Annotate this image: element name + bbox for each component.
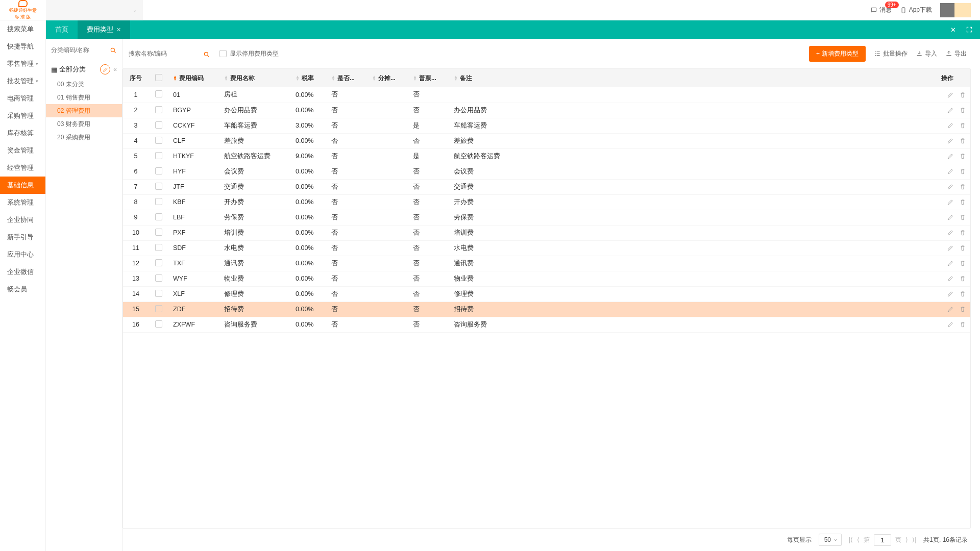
fullscreen-icon[interactable] xyxy=(964,24,975,35)
nav-item[interactable]: 批发管理▾ xyxy=(0,72,45,90)
category-edit-button[interactable] xyxy=(100,64,110,74)
delete-icon[interactable] xyxy=(959,91,966,98)
cell-checkbox[interactable] xyxy=(149,317,169,332)
new-fee-type-button[interactable]: + 新增费用类型 xyxy=(809,46,866,62)
cell-checkbox[interactable] xyxy=(149,133,169,148)
nav-item[interactable]: 企业微信 xyxy=(0,263,45,281)
edit-icon[interactable] xyxy=(947,198,954,206)
delete-icon[interactable] xyxy=(959,244,966,252)
col-code[interactable]: ▲▼费用编码 xyxy=(169,69,220,87)
edit-icon[interactable] xyxy=(947,122,954,130)
delete-icon[interactable] xyxy=(959,306,966,313)
nav-item[interactable]: 经营管理 xyxy=(0,159,45,177)
edit-icon[interactable] xyxy=(947,137,954,145)
table-row[interactable]: 5HTKYF航空铁路客运费9.00%否是航空铁路客运费 xyxy=(123,148,970,164)
import-button[interactable]: 导入 xyxy=(916,49,937,58)
edit-icon[interactable] xyxy=(947,214,954,221)
table-search-input[interactable] xyxy=(129,47,210,61)
category-item[interactable]: 03 财务费用 xyxy=(46,117,122,131)
edit-icon[interactable] xyxy=(947,153,954,160)
export-button[interactable]: 导出 xyxy=(945,49,967,58)
delete-icon[interactable] xyxy=(959,122,966,130)
delete-icon[interactable] xyxy=(959,107,966,114)
nav-item[interactable]: 新手引导 xyxy=(0,229,45,246)
close-icon[interactable]: ✕ xyxy=(116,27,121,33)
delete-icon[interactable] xyxy=(959,321,966,329)
tab-close-all[interactable]: ✕ xyxy=(947,24,959,35)
delete-icon[interactable] xyxy=(959,229,966,237)
col-remark[interactable]: ▲▼备注 xyxy=(450,69,924,87)
cell-checkbox[interactable] xyxy=(149,194,169,210)
cell-checkbox[interactable] xyxy=(149,256,169,271)
table-row[interactable]: 7JTF交通费0.00%否否交通费 xyxy=(123,179,970,194)
search-icon[interactable] xyxy=(110,46,117,54)
cell-checkbox[interactable] xyxy=(149,210,169,225)
table-row[interactable]: 10PXF培训费0.00%否否培训费 xyxy=(123,225,970,240)
edit-icon[interactable] xyxy=(947,107,954,114)
table-row[interactable]: 6HYF会议费0.00%否否会议费 xyxy=(123,164,970,179)
nav-item[interactable]: 采购管理 xyxy=(0,107,45,124)
search-icon[interactable] xyxy=(203,50,210,58)
delete-icon[interactable] xyxy=(959,275,966,283)
delete-icon[interactable] xyxy=(959,183,966,191)
nav-item[interactable]: 库存核算 xyxy=(0,124,45,142)
cell-checkbox[interactable] xyxy=(149,103,169,118)
nav-item[interactable]: 应用中心 xyxy=(0,246,45,263)
cell-checkbox[interactable] xyxy=(149,118,169,133)
category-item[interactable]: 00 未分类 xyxy=(46,78,122,91)
show-disabled-checkbox[interactable]: 显示停用费用类型 xyxy=(219,49,279,58)
delete-icon[interactable] xyxy=(959,260,966,267)
category-all[interactable]: ▦ 全部分类 xyxy=(51,65,86,74)
col-is1[interactable]: ▲▼是否... xyxy=(327,69,368,87)
nav-item[interactable]: 基础信息 xyxy=(0,177,45,194)
cell-checkbox[interactable] xyxy=(149,179,169,194)
cell-checkbox[interactable] xyxy=(149,225,169,240)
batch-action-button[interactable]: 批量操作 xyxy=(874,49,908,58)
nav-item[interactable]: 资金管理 xyxy=(0,142,45,159)
nav-item[interactable]: 系统管理 xyxy=(0,194,45,211)
category-item[interactable]: 01 销售费用 xyxy=(46,91,122,104)
table-row[interactable]: 15ZDF招待费0.00%否否招待费 xyxy=(123,302,970,317)
table-row[interactable]: 8KBF开办费0.00%否否开办费 xyxy=(123,194,970,210)
table-row[interactable]: 2BGYP办公用品费0.00%否否办公用品费 xyxy=(123,103,970,118)
pager-last-icon[interactable]: ⟩| xyxy=(912,536,916,543)
cell-checkbox[interactable] xyxy=(149,302,169,317)
edit-icon[interactable] xyxy=(947,306,954,313)
tab-fee-type[interactable]: 费用类型 ✕ xyxy=(78,20,130,39)
table-row[interactable]: 4CLF差旅费0.00%否否差旅费 xyxy=(123,133,970,148)
edit-icon[interactable] xyxy=(947,290,954,298)
pager-first-icon[interactable]: |⟨ xyxy=(849,536,853,543)
category-item[interactable]: 02 管理费用 xyxy=(46,104,122,117)
table-row[interactable]: 3CCKYF车船客运费3.00%否是车船客运费 xyxy=(123,118,970,133)
edit-icon[interactable] xyxy=(947,321,954,329)
table-row[interactable]: 13WYF物业费0.00%否否物业费 xyxy=(123,271,970,286)
page-input[interactable] xyxy=(874,534,891,546)
edit-icon[interactable] xyxy=(947,275,954,283)
nav-item[interactable]: 企业协同 xyxy=(0,211,45,229)
table-row[interactable]: 101房租0.00%否否 xyxy=(123,87,970,103)
table-row[interactable]: 16ZXFWF咨询服务费0.00%否否咨询服务费 xyxy=(123,317,970,332)
cell-checkbox[interactable] xyxy=(149,148,169,164)
edit-icon[interactable] xyxy=(947,168,954,176)
nav-item[interactable]: 零售管理▾ xyxy=(0,55,45,72)
messages-link[interactable]: 消息 99+ xyxy=(870,6,892,14)
cell-checkbox[interactable] xyxy=(149,271,169,286)
col-select-all[interactable] xyxy=(149,69,169,87)
pager-prev-icon[interactable]: ⟨ xyxy=(857,536,860,543)
app-download-link[interactable]: App下载 xyxy=(900,6,932,14)
delete-icon[interactable] xyxy=(959,290,966,298)
edit-icon[interactable] xyxy=(947,244,954,252)
user-avatar[interactable] xyxy=(940,3,971,17)
delete-icon[interactable] xyxy=(959,168,966,176)
table-row[interactable]: 11SDF水电费0.00%否否水电费 xyxy=(123,240,970,256)
category-search-input[interactable] xyxy=(51,46,110,54)
edit-icon[interactable] xyxy=(947,260,954,267)
nav-item[interactable]: 电商管理 xyxy=(0,90,45,107)
cell-checkbox[interactable] xyxy=(149,286,169,302)
nav-item[interactable]: 快捷导航 xyxy=(0,38,45,55)
edit-icon[interactable] xyxy=(947,229,954,237)
edit-icon[interactable] xyxy=(947,91,954,98)
cell-checkbox[interactable] xyxy=(149,87,169,103)
col-rate[interactable]: ▲▼税率 xyxy=(291,69,327,87)
col-is3[interactable]: ▲▼普票... xyxy=(409,69,450,87)
